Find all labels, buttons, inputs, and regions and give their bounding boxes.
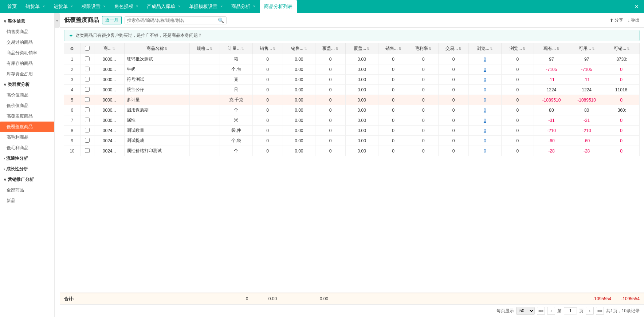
nav-item-进货单[interactable]: 进货单×: [49, 0, 77, 13]
sidebar-item-低覆盖度商品[interactable]: 低覆盖度商品: [0, 122, 54, 132]
nav-close-icon[interactable]: ×: [136, 0, 138, 13]
sidebar-item-高毛利商品[interactable]: 高毛利商品: [0, 132, 54, 143]
select-all-checkbox[interactable]: [85, 46, 90, 51]
col-header-5[interactable]: 计量...⇅: [220, 43, 253, 54]
row-select-checkbox[interactable]: [85, 77, 90, 82]
nav-item-商品分析[interactable]: 商品分析×: [227, 0, 260, 13]
row-checkbox[interactable]: [80, 95, 94, 105]
nav-item-商品分析列表[interactable]: 商品分析列表: [260, 0, 297, 13]
sidebar-item-低毛利商品[interactable]: 低毛利商品: [0, 143, 54, 153]
sort-icon[interactable]: ⇅: [490, 47, 493, 51]
nav-item-产成品入库单[interactable]: 产成品入库单×: [142, 0, 185, 13]
sort-icon[interactable]: ⇅: [165, 47, 168, 51]
sidebar-group-成长性分析[interactable]: ›成长性分析: [0, 164, 54, 174]
nav-close-icon[interactable]: ×: [253, 0, 255, 13]
last-page-button[interactable]: ⋙: [596, 307, 604, 315]
sort-icon[interactable]: ⇅: [304, 47, 307, 51]
row-checkbox[interactable]: [80, 136, 94, 146]
row-checkbox[interactable]: [80, 64, 94, 75]
row-select-checkbox[interactable]: [85, 56, 90, 61]
row-select-checkbox[interactable]: [85, 148, 90, 153]
row-checkbox[interactable]: [80, 85, 94, 95]
col-header-15[interactable]: 现有...⇅: [534, 43, 569, 54]
row-checkbox[interactable]: [80, 105, 94, 115]
row-select-checkbox[interactable]: [85, 138, 90, 143]
col-header-14[interactable]: 浏览...⇅: [501, 43, 534, 54]
sort-icon[interactable]: ⇅: [592, 47, 595, 51]
export-button[interactable]: ↓ 导出: [628, 17, 640, 23]
col-header-2[interactable]: 商...⇅: [94, 43, 125, 54]
sidebar-item-高价值商品[interactable]: 高价值商品: [0, 90, 54, 100]
col-header-13[interactable]: 浏览...⇅: [468, 43, 501, 54]
per-page-select[interactable]: 2050100: [516, 307, 535, 315]
row-checkbox[interactable]: [80, 75, 94, 85]
nav-close-icon[interactable]: ×: [71, 0, 73, 13]
sidebar-item-库存资金占用[interactable]: 库存资金占用: [0, 69, 54, 79]
row-select-checkbox[interactable]: [85, 67, 90, 71]
data-table-wrapper[interactable]: ⚙商...⇅商品名称⇅规格...⇅计量...⇅销售...⇅销售...⇅覆盖...…: [64, 43, 640, 293]
sidebar-item-销售类商品[interactable]: 销售类商品: [0, 27, 54, 37]
current-page-input[interactable]: [564, 307, 577, 314]
col-header-7[interactable]: 销售...⇅: [283, 43, 315, 54]
col-header-6[interactable]: 销售...⇅: [252, 43, 283, 54]
sidebar-item-新品[interactable]: 新品: [0, 195, 54, 206]
sidebar-item-高覆盖度商品[interactable]: 高覆盖度商品: [0, 111, 54, 122]
row-select-checkbox[interactable]: [85, 128, 90, 132]
filter-button[interactable]: 近一月: [102, 16, 122, 24]
sort-icon[interactable]: ⇅: [273, 47, 276, 51]
row-checkbox[interactable]: [80, 146, 94, 156]
row-checkbox[interactable]: [80, 54, 94, 64]
settings-icon[interactable]: ⚙: [70, 46, 74, 51]
nav-item-权限设置[interactable]: 权限设置×: [77, 0, 110, 13]
nav-item-单据模板设置[interactable]: 单据模板设置×: [185, 0, 227, 13]
col-header-17[interactable]: 可销...⇅: [604, 43, 640, 54]
window-close-button[interactable]: ✕: [632, 2, 641, 11]
search-input[interactable]: [127, 18, 218, 23]
col-header-4[interactable]: 规格...⇅: [190, 43, 220, 54]
sort-icon[interactable]: ⇅: [523, 47, 526, 51]
nav-item-首页[interactable]: 首页: [3, 0, 21, 13]
row-select-checkbox[interactable]: [85, 118, 90, 122]
col-header-9[interactable]: 覆盖...⇅: [345, 43, 378, 54]
first-page-button[interactable]: ⋘: [537, 307, 545, 315]
sidebar-group-类群度分析[interactable]: ∨类群度分析: [0, 79, 54, 90]
prev-page-button[interactable]: ‹: [547, 307, 555, 315]
sidebar-item-交易过的商品[interactable]: 交易过的商品: [0, 37, 54, 48]
sort-icon[interactable]: ⇅: [335, 47, 338, 51]
nav-close-icon[interactable]: ×: [103, 0, 106, 13]
col-header-11[interactable]: 毛利率⇅: [408, 43, 439, 54]
col-header-3[interactable]: 商品名称⇅: [125, 43, 190, 54]
nav-close-icon[interactable]: ×: [43, 0, 45, 13]
col-header-16[interactable]: 可用...⇅: [569, 43, 604, 54]
sidebar-item-全部商品[interactable]: 全部商品: [0, 185, 54, 195]
sidebar-item-商品分类动销率[interactable]: 商品分类动销率: [0, 48, 54, 58]
sort-icon[interactable]: ⇅: [398, 47, 401, 51]
row-select-checkbox[interactable]: [85, 87, 90, 92]
nav-close-icon[interactable]: ×: [178, 0, 180, 13]
sort-icon[interactable]: ⇅: [627, 47, 630, 51]
col-header-12[interactable]: 交易...⇅: [439, 43, 469, 54]
sort-icon[interactable]: ⇅: [459, 47, 462, 51]
row-checkbox[interactable]: [80, 115, 94, 126]
sort-icon[interactable]: ⇅: [557, 47, 559, 51]
sort-icon[interactable]: ⇅: [210, 47, 213, 51]
sidebar-item-低价值商品[interactable]: 低价值商品: [0, 100, 54, 111]
row-select-checkbox[interactable]: [85, 107, 90, 112]
col-header-8[interactable]: 覆盖...⇅: [315, 43, 346, 54]
nav-item-角色授权[interactable]: 角色授权×: [110, 0, 143, 13]
sort-icon[interactable]: ⇅: [429, 47, 432, 51]
share-button[interactable]: ⬆ 分享: [610, 17, 623, 23]
col-header-10[interactable]: 销售...⇅: [378, 43, 408, 54]
sort-icon[interactable]: ⇅: [241, 47, 244, 51]
sidebar-group-整体信息[interactable]: ∨整体信息: [0, 16, 54, 27]
row-select-checkbox[interactable]: [85, 97, 90, 102]
sort-icon[interactable]: ⇅: [367, 47, 370, 51]
sidebar-item-有库存的商品[interactable]: 有库存的商品: [0, 58, 54, 69]
next-page-button[interactable]: ›: [586, 307, 594, 315]
nav-item-销货单[interactable]: 销货单×: [21, 0, 49, 13]
nav-close-icon[interactable]: ×: [220, 0, 223, 13]
sidebar-collapse-button[interactable]: «: [55, 13, 60, 28]
sidebar-group-营销推广分析[interactable]: ∨营销推广分析: [0, 174, 54, 185]
sort-icon[interactable]: ⇅: [112, 47, 115, 51]
row-checkbox[interactable]: [80, 126, 94, 136]
